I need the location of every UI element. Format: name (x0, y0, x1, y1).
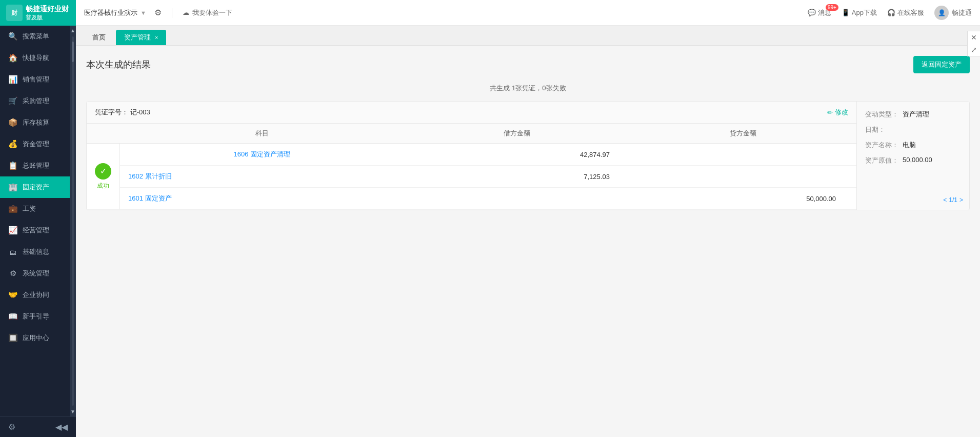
edit-label: 修改 (835, 108, 848, 117)
content-area: 首页 资产管理 × 本次生成的结果 返回固定资产 共生成 1张凭证，0张失败 凭… (76, 26, 980, 437)
tab-bar: 首页 资产管理 × (76, 26, 980, 46)
debit-1602: 7,125.03 (404, 166, 630, 188)
debit-1601 (404, 188, 630, 210)
sidebar-label-fixedasset: 固定资产 (23, 183, 49, 192)
subject-1606[interactable]: 1606 固定资产清理 (120, 144, 404, 166)
summary-text: 共生成 1张凭证，0张失败 (86, 84, 970, 93)
topbar-online-service[interactable]: 🎧 在线客服 (887, 8, 924, 17)
tab-home[interactable]: 首页 (84, 30, 114, 45)
sidebar-item-quicknav[interactable]: 🏠 快捷导航 (0, 47, 70, 69)
sidebar-item-purchase[interactable]: 🛒 采购管理 (0, 90, 70, 112)
collapse-sidebar-icon[interactable]: ◀◀ (55, 422, 68, 432)
topbar-user[interactable]: 👤 畅捷通 (934, 6, 972, 20)
table-row: ✓ 成功 1606 固定资产清理 42,874.97 (87, 144, 856, 166)
debit-1606: 42,874.97 (404, 144, 630, 166)
scroll-down-arrow[interactable]: ▼ (69, 407, 76, 416)
voucher-no: 凭证字号： 记-003 (95, 108, 150, 117)
bizmanage-icon: 📈 (8, 226, 17, 235)
sidebar-item-sales[interactable]: 📊 销售管理 (0, 69, 70, 90)
sidebar-item-cooperation[interactable]: 🤝 企业协同 (0, 284, 70, 306)
success-label: 成功 (95, 182, 111, 190)
sidebar-label-appcenter: 应用中心 (23, 333, 49, 343)
topbar-experience[interactable]: ☁ 我要体验一下 (183, 8, 232, 17)
company-selector[interactable]: 医疗器械行业演示 ▼ (84, 8, 146, 17)
topbar-settings-icon[interactable]: ⚙ (154, 8, 162, 17)
sidebar-item-guide[interactable]: 📖 新手引导 (0, 306, 70, 327)
tab-close-icon[interactable]: × (155, 34, 158, 41)
return-button[interactable]: 返回固定资产 (913, 56, 970, 73)
sidebar-label-quicknav: 快捷导航 (23, 53, 49, 63)
voucher-edit-button[interactable]: ✏ 修改 (827, 108, 848, 117)
message-icon: 💬 (808, 9, 816, 16)
sidebar-label-search: 搜索菜单 (23, 32, 49, 41)
pagination-prev[interactable]: < (943, 196, 947, 204)
change-type-label: 变动类型： (865, 110, 898, 119)
sidebar: 财 畅捷通好业财 普及版 🔍 搜索菜单 🏠 快捷导航 📊 销售管理 🛒 采购管理 (0, 0, 76, 437)
topbar-message[interactable]: 💬 消息 99+ (808, 8, 831, 17)
side-asset-name: 资产名称： 电脑 (865, 141, 961, 150)
date-label: 日期： (865, 125, 885, 134)
sidebar-logo: 财 畅捷通好业财 普及版 (0, 0, 76, 26)
company-name: 医疗器械行业演示 (84, 8, 137, 17)
scroll-thumb (72, 42, 74, 62)
sidebar-label-baseinfo: 基础信息 (23, 247, 49, 256)
sidebar-item-inventory[interactable]: 📦 库存核算 (0, 112, 70, 133)
message-badge: 99+ (826, 4, 838, 11)
topbar-divider (172, 8, 172, 18)
edit-icon: ✏ (827, 109, 833, 116)
change-type-value: 资产清理 (903, 110, 929, 119)
search-icon: 🔍 (8, 32, 17, 41)
scroll-up-arrow[interactable]: ▲ (69, 26, 76, 35)
voucher-card: 凭证字号： 记-003 ✏ 修改 科目 (86, 101, 970, 210)
sidebar-item-appcenter[interactable]: 🔲 应用中心 (0, 327, 70, 349)
sidebar-scrollbar[interactable]: ▲ ▼ (70, 26, 76, 416)
pagination-next[interactable]: > (959, 196, 963, 204)
tab-asset-management[interactable]: 资产管理 × (116, 30, 166, 45)
sidebar-item-salary[interactable]: 💼 工资 (0, 198, 70, 220)
sidebar-label-salary: 工资 (23, 204, 36, 213)
tab-active-label: 资产管理 (124, 33, 151, 42)
subject-1601[interactable]: 1601 固定资产 (120, 188, 404, 210)
sidebar-bottom: ⚙ ◀◀ (0, 416, 76, 437)
service-icon: 🎧 (887, 9, 895, 16)
page-content: 本次生成的结果 返回固定资产 共生成 1张凭证，0张失败 凭证字号： 记-003… (76, 46, 980, 437)
col-debit-header: 借方金额 (404, 124, 630, 144)
sidebar-item-search[interactable]: 🔍 搜索菜单 (0, 26, 70, 47)
subject-1602[interactable]: 1602 累计折旧 (120, 166, 404, 188)
page-title: 本次生成的结果 (86, 58, 151, 71)
topbar-right: 💬 消息 99+ 📱 App下载 🎧 在线客服 👤 畅捷通 (808, 6, 972, 20)
credit-1606 (630, 144, 856, 166)
table-row: 1602 累计折旧 7,125.03 (87, 166, 856, 188)
asset-original-value: 50,000.00 (903, 156, 932, 165)
sales-icon: 📊 (8, 75, 17, 84)
app-download-label: App下载 (852, 8, 877, 17)
credit-1602 (630, 166, 856, 188)
sidebar-item-fixedasset[interactable]: 🏢 固定资产 (0, 176, 70, 198)
sidebar-item-ledger[interactable]: 📋 总账管理 (0, 155, 70, 176)
sidebar-item-sysmanage[interactable]: ⚙ 系统管理 (0, 263, 70, 284)
home-icon: 🏠 (8, 53, 17, 63)
panel-expand-button[interactable]: ⤢ (968, 46, 980, 56)
success-col-header (87, 124, 120, 144)
topbar: 医疗器械行业演示 ▼ ⚙ ☁ 我要体验一下 💬 消息 99+ 📱 App下载 🎧… (76, 0, 980, 26)
col-credit-header: 贷方金额 (630, 124, 856, 144)
voucher-no-label: 凭证字号： (95, 108, 128, 116)
credit-1601: 50,000.00 (630, 188, 856, 210)
inventory-icon: 📦 (8, 118, 17, 127)
side-pagination: < 1/1 > (943, 196, 963, 204)
sidebar-item-finance[interactable]: 💰 资金管理 (0, 133, 70, 155)
purchase-icon: 🛒 (8, 96, 17, 106)
ledger-icon: 📋 (8, 161, 17, 170)
side-asset-original: 资产原值： 50,000.00 (865, 156, 961, 165)
voucher-main: 凭证字号： 记-003 ✏ 修改 科目 (87, 102, 856, 210)
voucher-no-value: 记-003 (130, 108, 150, 116)
sidebar-label-sales: 销售管理 (23, 75, 49, 84)
service-label: 在线客服 (897, 8, 924, 17)
sidebar-item-baseinfo[interactable]: 🗂 基础信息 (0, 241, 70, 263)
sidebar-item-bizmanage[interactable]: 📈 经营管理 (0, 220, 70, 241)
main-area: 医疗器械行业演示 ▼ ⚙ ☁ 我要体验一下 💬 消息 99+ 📱 App下载 🎧… (76, 0, 980, 437)
settings-bottom-icon[interactable]: ⚙ (8, 422, 15, 432)
topbar-app-download[interactable]: 📱 App下载 (842, 8, 877, 17)
scroll-track (72, 36, 74, 406)
side-change-type: 变动类型： 资产清理 (865, 110, 961, 119)
